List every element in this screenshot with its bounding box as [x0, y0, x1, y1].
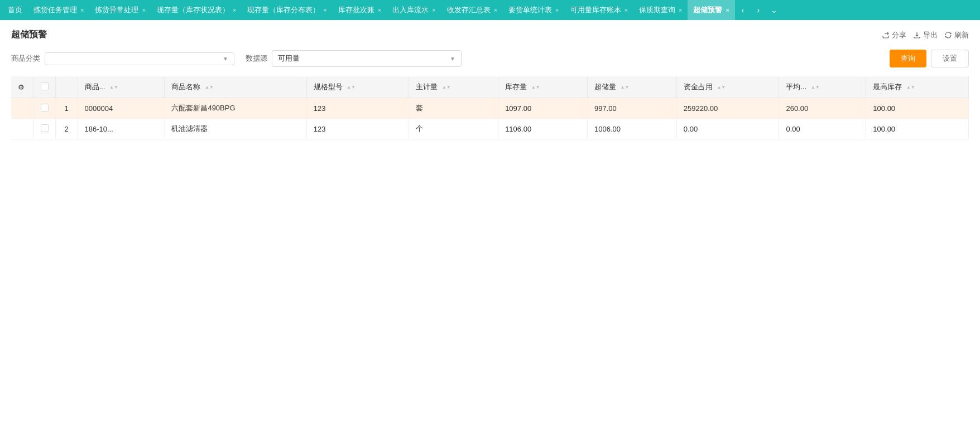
th-overstock[interactable]: 超储量 ▲▼	[587, 76, 676, 98]
settings-button[interactable]: 设置	[931, 50, 969, 67]
nav-prev-arrow[interactable]: ‹	[735, 0, 751, 20]
nav-item-7[interactable]: 收发存汇总表 ×	[441, 0, 503, 20]
nav-label-2: 拣货异常处理	[95, 5, 138, 15]
th-stock[interactable]: 库存量 ▲▼	[498, 76, 588, 98]
category-filter: 商品分类 ▼	[11, 52, 234, 65]
nav-label-5: 库存批次账	[338, 5, 374, 15]
data-table: ⚙ 商品... ▲▼ 商品名称 ▲▼ 规格型号 ▲▼	[11, 76, 969, 139]
nav-close-1[interactable]: ×	[80, 7, 84, 13]
nav-close-6[interactable]: ×	[432, 7, 435, 13]
table-row: 1 0000004 六配套新昌490BPG 123 套 1097.00 997.…	[11, 98, 969, 119]
refresh-label: 刷新	[954, 30, 969, 40]
datasource-filter: 数据源 可用量 ▼	[246, 50, 462, 67]
th-overstock-label: 超储量	[594, 83, 616, 91]
nav-item-11[interactable]: 超储预警 ×	[688, 0, 734, 20]
row-index: 1	[55, 98, 78, 119]
top-nav: 首页 拣货任务管理 × 拣货异常处理 × 现存量（库存状况表） × 现存量（库存…	[0, 0, 980, 20]
nav-item-1[interactable]: 拣货任务管理 ×	[28, 0, 89, 20]
nav-close-5[interactable]: ×	[378, 7, 381, 13]
th-product-code[interactable]: 商品... ▲▼	[78, 76, 165, 98]
nav-item-8[interactable]: 要货单统计表 ×	[503, 0, 564, 20]
row-unit: 个	[409, 119, 498, 139]
share-button[interactable]: 分享	[882, 30, 906, 40]
query-button[interactable]: 查询	[890, 50, 926, 67]
th-capital[interactable]: 资金占用 ▲▼	[676, 76, 779, 98]
sort-icon-max-stock: ▲▼	[906, 85, 915, 90]
nav-close-3[interactable]: ×	[233, 7, 236, 13]
table-header-row: ⚙ 商品... ▲▼ 商品名称 ▲▼ 规格型号 ▲▼	[11, 76, 969, 98]
datasource-select[interactable]: 可用量 ▼	[272, 50, 462, 67]
refresh-icon	[944, 31, 952, 39]
nav-item-3[interactable]: 现存量（库存状况表） ×	[151, 0, 242, 20]
th-spec[interactable]: 规格型号 ▲▼	[306, 76, 409, 98]
row-avg: 260.00	[779, 98, 866, 119]
header-checkbox[interactable]	[41, 83, 49, 90]
nav-close-10[interactable]: ×	[679, 7, 682, 13]
sort-icon-unit: ▲▼	[442, 85, 451, 90]
nav-close-9[interactable]: ×	[624, 7, 628, 13]
sort-icon-stock: ▲▼	[531, 85, 540, 90]
gear-icon: ⚙	[18, 83, 25, 91]
export-label: 导出	[923, 30, 938, 40]
table-row: 2 186-10... 机油滤清器 123 个 1106.00 1006.00 …	[11, 119, 969, 139]
nav-item-5[interactable]: 库存批次账 ×	[333, 0, 387, 20]
nav-item-4[interactable]: 现存量（库存分布表） ×	[242, 0, 332, 20]
nav-more-arrow[interactable]: ⌄	[766, 0, 782, 20]
nav-label-11: 超储预警	[693, 5, 722, 15]
th-checkbox[interactable]	[33, 76, 55, 98]
th-unit-label: 主计量	[416, 83, 438, 91]
row-max-stock: 100.00	[866, 119, 969, 139]
th-product-code-label: 商品...	[85, 83, 105, 91]
row-unit: 套	[409, 98, 498, 119]
row-product-code: 0000004	[78, 98, 165, 119]
nav-label-3: 现存量（库存状况表）	[157, 5, 229, 15]
nav-next-arrow[interactable]: ›	[751, 0, 766, 20]
action-buttons: 查询 设置	[890, 50, 969, 67]
sort-icon-product-code: ▲▼	[109, 85, 118, 90]
row-max-stock: 100.00	[866, 98, 969, 119]
nav-item-10[interactable]: 保质期查询 ×	[633, 0, 688, 20]
nav-item-6[interactable]: 出入库流水 ×	[387, 0, 441, 20]
th-avg[interactable]: 平均... ▲▼	[779, 76, 866, 98]
datasource-chevron-icon: ▼	[450, 56, 455, 62]
nav-close-8[interactable]: ×	[555, 7, 559, 13]
sort-icon-spec: ▲▼	[347, 85, 356, 90]
row-spec: 123	[306, 119, 409, 139]
th-unit[interactable]: 主计量 ▲▼	[409, 76, 498, 98]
header-actions: 分享 导出 刷新	[882, 30, 969, 40]
category-select[interactable]: ▼	[45, 52, 234, 65]
export-icon	[913, 31, 921, 39]
row-overstock: 1006.00	[587, 119, 676, 139]
nav-close-11[interactable]: ×	[726, 7, 729, 13]
export-button[interactable]: 导出	[913, 30, 938, 40]
filter-row: 商品分类 ▼ 数据源 可用量 ▼ 查询 设置	[11, 50, 969, 67]
category-label: 商品分类	[11, 54, 40, 64]
row-checkbox[interactable]	[41, 124, 49, 132]
nav-close-4[interactable]: ×	[323, 7, 326, 13]
nav-close-2[interactable]: ×	[142, 7, 145, 13]
th-capital-label: 资金占用	[684, 83, 713, 91]
nav-item-home[interactable]: 首页	[2, 0, 28, 20]
th-avg-label: 平均...	[786, 83, 806, 91]
nav-label-8: 要货单统计表	[508, 5, 552, 15]
th-product-name[interactable]: 商品名称 ▲▼	[165, 76, 306, 98]
row-checkbox[interactable]	[41, 104, 49, 112]
refresh-button[interactable]: 刷新	[944, 30, 969, 40]
nav-item-2[interactable]: 拣货异常处理 ×	[89, 0, 151, 20]
row-checkbox-cell[interactable]	[33, 119, 55, 139]
nav-item-home-label: 首页	[8, 5, 22, 15]
row-spec: 123	[306, 98, 409, 119]
share-icon	[882, 31, 890, 39]
chevron-down-icon: ▼	[223, 56, 228, 62]
nav-item-9[interactable]: 可用量库存账本 ×	[565, 0, 633, 20]
page-content: 超储预警 分享 导出	[0, 20, 980, 446]
nav-label-6: 出入库流水	[392, 5, 429, 15]
th-max-stock[interactable]: 最高库存 ▲▼	[866, 76, 969, 98]
nav-label-9: 可用量库存账本	[570, 5, 621, 15]
nav-close-7[interactable]: ×	[494, 7, 497, 13]
sort-icon-avg: ▲▼	[811, 85, 820, 90]
nav-label-10: 保质期查询	[639, 5, 675, 15]
th-gear[interactable]: ⚙	[11, 76, 33, 98]
row-stock: 1106.00	[498, 119, 588, 139]
row-checkbox-cell[interactable]	[33, 98, 55, 119]
